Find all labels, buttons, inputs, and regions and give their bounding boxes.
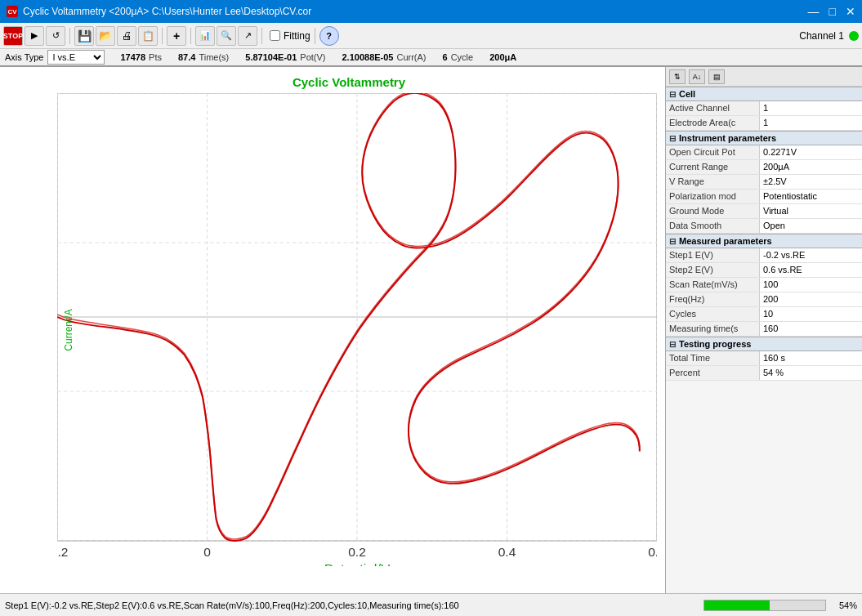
svg-text:0: 0 (203, 545, 211, 558)
progress-bar-container (703, 600, 826, 611)
cycle-item: 6 Cycle (443, 52, 474, 62)
window-controls[interactable]: — □ ✕ (808, 5, 855, 18)
ocp-row: Open Circuit Pot 0.2271V (666, 145, 862, 160)
ground-mode-value: Virtual (760, 204, 862, 218)
active-channel-value: 1 (760, 101, 862, 115)
chart-wrapper: Current/A (41, 93, 657, 566)
step2-row: Step2 E(V) 0.6 vs.RE (666, 263, 862, 278)
measuring-time-value: 160 (760, 322, 862, 336)
electrode-area-label: Electrode Area(c (666, 116, 760, 130)
separator1 (69, 28, 70, 44)
close-btn[interactable]: ✕ (846, 5, 855, 18)
bottom-status-text: Step1 E(V):-0.2 vs.RE,Step2 E(V):0.6 vs.… (5, 600, 703, 610)
panel-alpha-btn[interactable]: A↓ (689, 69, 705, 84)
polarization-value: Potentiostatic (760, 190, 862, 203)
copy-button[interactable]: 📋 (138, 26, 158, 46)
total-time-row: Total Time 160 s (666, 351, 862, 366)
measured-toggle-icon: ⊟ (669, 237, 676, 246)
data-smooth-row: Data Smooth Open (666, 219, 862, 234)
svg-text:Potential/V: Potential/V (324, 561, 391, 566)
axis-type-select[interactable]: I vs.E E vs.I (47, 50, 105, 65)
cycle-label: Cycle (451, 52, 474, 62)
active-channel-label: Active Channel (666, 101, 760, 115)
y-axis-label: Current/A (63, 309, 74, 350)
separator5 (315, 28, 315, 44)
window-title: Cyclic Voltammetry <200μA> C:\Users\Hunt… (23, 6, 311, 17)
separator4 (261, 28, 262, 44)
pts-value: 17478 (121, 52, 146, 62)
v-range-label: V Range (666, 175, 760, 189)
separator3 (190, 28, 191, 44)
ocp-value: 0.2271V (760, 145, 862, 159)
measured-section-header[interactable]: ⊟ Measured parameters (666, 234, 862, 248)
scan-rate-value: 100 (760, 278, 862, 292)
testing-section-header[interactable]: ⊟ Testing progress (666, 337, 862, 351)
add-button[interactable]: + (167, 26, 186, 46)
current-range-value: 200μA (760, 160, 862, 174)
chart-svg: -0.2 0 0.2 0.4 0.6 -5E-5 0 5E-5 Potentia… (57, 93, 657, 566)
ground-mode-label: Ground Mode (666, 204, 760, 218)
status-bar: Axis Type I vs.E E vs.I 17478 Pts 87.4 T… (0, 49, 862, 67)
curr-label: Curr(A) (396, 52, 426, 62)
cell-section-label: Cell (679, 89, 695, 99)
data-smooth-label: Data Smooth (666, 219, 760, 233)
open-button[interactable]: 📂 (96, 26, 115, 46)
pot-item: 5.87104E-01 Pot(V) (245, 52, 325, 62)
measuring-time-row: Measuring time(s 160 (666, 322, 862, 337)
scan-rate-label: Scan Rate(mV/s) (666, 278, 760, 292)
time-value: 87.4 (178, 52, 195, 62)
data-smooth-value: Open (760, 219, 862, 233)
cycles-row: Cycles 10 (666, 307, 862, 322)
current-range-label: Current Range (666, 160, 760, 174)
percent-value: 54 % (760, 366, 862, 380)
polarization-row: Polarization mod Potentiostatic (666, 190, 862, 204)
step1-label: Step1 E(V) (666, 248, 760, 262)
percent-display: 54% (833, 600, 857, 610)
fitting-checkbox[interactable] (270, 30, 280, 41)
panel-expand-btn[interactable]: ▤ (708, 69, 725, 84)
freq-label: Freq(Hz) (666, 292, 760, 306)
scan-rate-row: Scan Rate(mV/s) 100 (666, 278, 862, 292)
total-time-label: Total Time (666, 351, 760, 365)
polarization-label: Polarization mod (666, 190, 760, 203)
run-button[interactable]: ▶ (25, 26, 44, 46)
pts-item: 17478 Pts (121, 52, 163, 62)
total-time-value: 160 s (760, 351, 862, 365)
title-bar-left: CV Cyclic Voltammetry <200μA> C:\Users\H… (7, 6, 311, 17)
time-label: Time(s) (199, 52, 229, 62)
zoom-button[interactable]: 🔍 (217, 26, 236, 46)
maximize-btn[interactable]: □ (829, 5, 836, 18)
step1-row: Step1 E(V) -0.2 vs.RE (666, 248, 862, 263)
svg-text:0.6: 0.6 (648, 545, 657, 558)
graph-button[interactable]: 📊 (195, 26, 215, 46)
save-button[interactable]: 💾 (74, 26, 94, 46)
pointer-button[interactable]: ↗ (238, 26, 257, 46)
minimize-btn[interactable]: — (808, 5, 820, 18)
refresh-button[interactable]: ↺ (46, 26, 65, 46)
axis-type-label: Axis Type (5, 52, 44, 62)
main-content: Cyclic Voltammetry Current/A (0, 67, 862, 593)
pts-label: Pts (149, 52, 162, 62)
pot-label: Pot(V) (300, 52, 325, 62)
chart-area: Cyclic Voltammetry Current/A (0, 67, 666, 593)
cell-section-header[interactable]: ⊟ Cell (666, 87, 862, 101)
print-button[interactable]: 🖨 (117, 26, 136, 46)
curr-item: 2.10088E-05 Curr(A) (342, 52, 426, 62)
stop-button[interactable]: STOP (3, 26, 23, 46)
instrument-section-header[interactable]: ⊟ Instrument parameters (666, 131, 862, 145)
title-bar: CV Cyclic Voltammetry <200μA> C:\Users\H… (0, 0, 862, 23)
toolbar: STOP ▶ ↺ 💾 📂 🖨 📋 + 📊 🔍 ↗ Fitting ? Chann… (0, 23, 862, 49)
help-button[interactable]: ? (319, 26, 339, 46)
panel-sort-btn[interactable]: ⇅ (669, 69, 686, 84)
freq-row: Freq(Hz) 200 (666, 292, 862, 307)
electrode-area-row: Electrode Area(c 1 (666, 116, 862, 131)
time-item: 87.4 Time(s) (178, 52, 229, 62)
cycles-value: 10 (760, 307, 862, 321)
svg-text:0.4: 0.4 (498, 545, 516, 558)
measuring-time-label: Measuring time(s (666, 322, 760, 336)
step2-value: 0.6 vs.RE (760, 263, 862, 277)
active-channel-row: Active Channel 1 (666, 101, 862, 116)
separator2 (162, 28, 163, 44)
percent-label-prop: Percent (666, 366, 760, 380)
freq-value: 200 (760, 292, 862, 306)
